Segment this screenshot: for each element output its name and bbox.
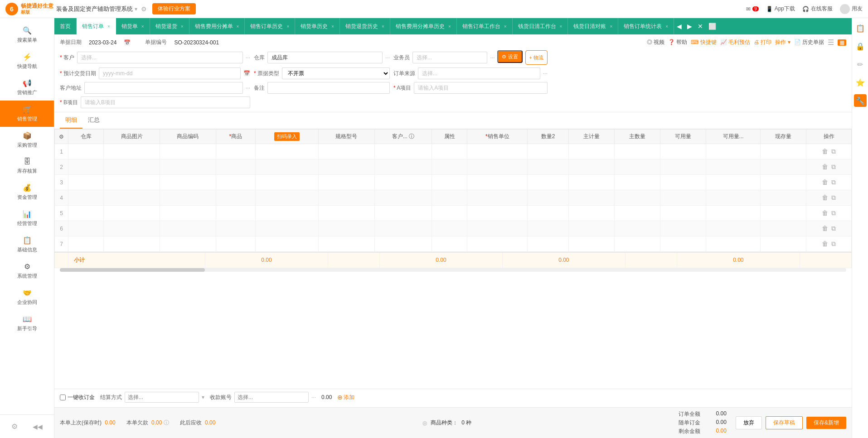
sidebar-item-collab[interactable]: 🤝 企业协同 <box>0 284 54 310</box>
row-6-warehouse[interactable] <box>68 221 104 236</box>
staff-more-icon[interactable]: ··· <box>490 54 495 61</box>
sidebar-item-system[interactable]: ⚙ 系统管理 <box>0 258 54 284</box>
sidebar-item-quick[interactable]: ⚡ 快捷导航 <box>0 48 54 74</box>
row-7-stock[interactable] <box>761 236 806 252</box>
row-3-delete-btn[interactable]: 🗑 <box>821 178 829 187</box>
row-1-warehouse[interactable] <box>68 144 104 159</box>
tab-prev-btn[interactable]: ◀ <box>674 23 684 30</box>
tab-return-history[interactable]: 销货退货历史 × <box>340 18 390 34</box>
tab-fee-history[interactable]: 销售费用分摊单历史 × <box>390 18 457 34</box>
quick-order-check[interactable] <box>60 395 66 400</box>
row-2-delete-btn[interactable]: 🗑 <box>821 162 829 171</box>
tab-expand-btn[interactable]: ⬜ <box>706 23 719 30</box>
sidebar-item-basic[interactable]: 📋 基础信息 <box>0 231 54 258</box>
right-panel-star-btn[interactable]: ⭐ <box>854 76 867 89</box>
row-2-qty2[interactable] <box>528 159 569 175</box>
row-3-code[interactable] <box>160 175 216 190</box>
row-7-main-unit[interactable] <box>569 236 615 252</box>
dropdown-icon[interactable]: ▾ <box>135 6 137 12</box>
warehouse-more-icon[interactable]: ··· <box>385 54 390 61</box>
tab-close-sales-fee[interactable]: × <box>237 24 239 29</box>
tab-close-sales-goods[interactable]: × <box>141 24 144 29</box>
sidebar-item-marketing[interactable]: 📢 营销推广 <box>0 74 54 101</box>
tab-close-cash-workbench[interactable]: × <box>560 24 563 29</box>
row-7-main-qty[interactable] <box>615 236 660 252</box>
row-3-qty2[interactable] <box>528 175 569 190</box>
sidebar-item-inventory[interactable]: 🗄 库存核算 <box>0 153 54 179</box>
row-1-copy-btn[interactable]: ⧉ <box>830 147 837 156</box>
row-2-stock[interactable] <box>761 159 806 175</box>
row-6-available2[interactable] <box>706 221 761 236</box>
online-service-btn[interactable]: 🎧 在线客服 <box>802 5 833 13</box>
customer-input[interactable] <box>77 52 243 63</box>
row-1-product[interactable] <box>216 144 255 159</box>
col-settings-header[interactable]: ⚙ <box>55 130 68 144</box>
row-3-attr[interactable] <box>432 175 467 190</box>
row-4-main-unit[interactable] <box>569 190 615 206</box>
row-3-spec[interactable] <box>318 175 374 190</box>
tab-goods-history[interactable]: 销货单历史 × <box>295 18 340 34</box>
row-6-barcode[interactable] <box>255 221 318 236</box>
row-5-image[interactable] <box>104 206 160 221</box>
customer-more-icon[interactable]: ··· <box>246 54 250 61</box>
row-5-copy-btn[interactable]: ⧉ <box>830 208 837 218</box>
save-draft-button[interactable]: 保存草稿 <box>766 416 803 429</box>
row-3-stock[interactable] <box>761 175 806 190</box>
row-5-available2[interactable] <box>706 206 761 221</box>
row-4-spec[interactable] <box>318 190 374 206</box>
tab-close-sales-order[interactable]: × <box>107 24 110 29</box>
tab-close-order-workbench[interactable]: × <box>504 24 507 29</box>
row-3-unit[interactable] <box>467 175 528 190</box>
row-3-available[interactable] <box>660 175 706 190</box>
discard-button[interactable]: 放弃 <box>736 416 762 429</box>
row-6-main-qty[interactable] <box>615 221 660 236</box>
save-new-button[interactable]: 保存&新增 <box>806 417 846 429</box>
user-btn[interactable]: 用友 <box>840 4 863 14</box>
row-6-code[interactable] <box>160 221 216 236</box>
history-btn[interactable]: 📄 历史单据 <box>794 39 824 46</box>
tab-sales-goods[interactable]: 销货单 × <box>116 18 150 34</box>
row-4-copy-btn[interactable]: ⧉ <box>830 193 837 202</box>
row-7-barcode[interactable] <box>255 236 318 252</box>
sidebar-settings-icon[interactable]: ⚙ <box>11 422 18 431</box>
row-7-available[interactable] <box>660 236 706 252</box>
shortcut-btn[interactable]: ⌨ 快捷键 <box>691 39 716 46</box>
row-6-delete-btn[interactable]: 🗑 <box>821 224 829 233</box>
row-5-code[interactable] <box>160 206 216 221</box>
row-1-spec[interactable] <box>318 144 374 159</box>
app-download-btn[interactable]: 📱 App下载 <box>766 5 795 13</box>
right-panel-doc-btn[interactable]: 📋 <box>854 22 867 34</box>
row-7-attr[interactable] <box>432 236 467 252</box>
row-7-spec[interactable] <box>318 236 374 252</box>
row-6-stock[interactable] <box>761 221 806 236</box>
row-7-code[interactable] <box>160 236 216 252</box>
horizontal-scrollbar[interactable] <box>60 268 846 272</box>
tab-sales-return[interactable]: 销货退货 × <box>150 18 189 34</box>
row-6-available[interactable] <box>660 221 706 236</box>
profit-btn[interactable]: 📈 毛利预估 <box>720 39 750 46</box>
row-3-available2[interactable] <box>706 175 761 190</box>
account-more-icon[interactable]: ··· <box>311 394 316 400</box>
tab-cash-workbench[interactable]: 钱货日清工作台 × <box>513 18 568 34</box>
row-3-customer[interactable] <box>374 175 432 190</box>
list-view-btn[interactable]: ☰ <box>828 38 834 47</box>
row-5-barcode[interactable] <box>255 206 318 221</box>
row-6-image[interactable] <box>104 221 160 236</box>
row-4-image[interactable] <box>104 190 160 206</box>
remark-input[interactable] <box>267 82 390 94</box>
row-6-spec[interactable] <box>318 221 374 236</box>
order-source-input[interactable] <box>418 67 540 79</box>
row-3-barcode[interactable] <box>255 175 318 190</box>
row-2-barcode[interactable] <box>255 159 318 175</box>
row-2-product[interactable] <box>216 159 255 175</box>
row-2-available2[interactable] <box>706 159 761 175</box>
row-4-product[interactable] <box>216 190 255 206</box>
row-5-stock[interactable] <box>761 206 806 221</box>
row-5-unit[interactable] <box>467 206 528 221</box>
sidebar-item-sales[interactable]: 🛒 销售管理 <box>0 101 54 127</box>
order-source-more-icon[interactable]: ··· <box>543 70 548 77</box>
row-2-warehouse[interactable] <box>68 159 104 175</box>
tab-close-order-stats[interactable]: × <box>665 24 668 29</box>
row-3-main-qty[interactable] <box>615 175 660 190</box>
row-1-qty2[interactable] <box>528 144 569 159</box>
